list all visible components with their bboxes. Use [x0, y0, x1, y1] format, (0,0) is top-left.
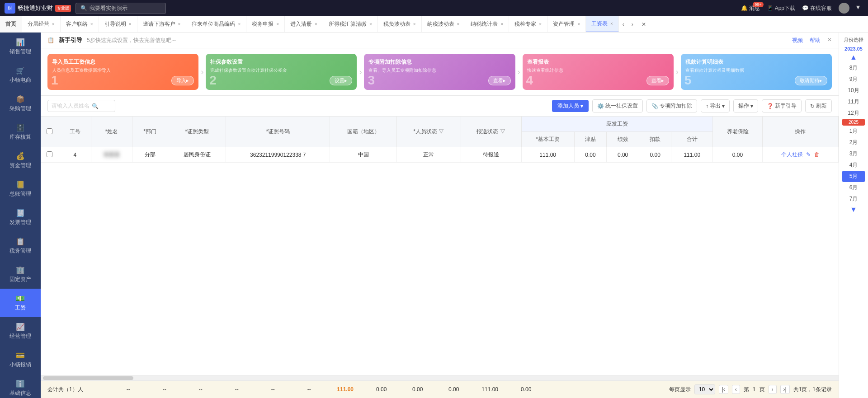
close-icon[interactable]: × — [52, 22, 55, 27]
edit-icon[interactable]: ✎ — [806, 151, 811, 158]
close-icon[interactable]: × — [276, 22, 279, 27]
sidebar-item-basic-info[interactable]: ℹ️ 基础信息 — [0, 374, 41, 398]
horizontal-scrollbar[interactable] — [41, 375, 839, 380]
tab-salary[interactable]: 工资表 × — [586, 16, 619, 33]
tab-product-code[interactable]: 往来单位商品编码 × — [186, 16, 246, 33]
tab-tax-calc[interactable]: 所得税汇算清缴 × — [323, 16, 378, 33]
tab-asset-mgmt[interactable]: 资产管理 × — [547, 16, 586, 33]
tab-hierarchy[interactable]: 分层经营 × — [22, 16, 61, 33]
close-icon[interactable]: × — [315, 22, 317, 27]
sidebar-item-inventory[interactable]: 🗄️ 库存核算 — [0, 118, 41, 146]
video-link[interactable]: 视频 — [792, 37, 803, 44]
personal-social-insurance-link[interactable]: 个人社保 — [781, 151, 803, 158]
month-6[interactable]: 6月 — [842, 182, 865, 193]
month-9[interactable]: 9月 — [842, 74, 865, 85]
tab-guide[interactable]: 引导说明 × — [99, 16, 137, 33]
online-service-button[interactable]: 💬 在线客服 — [802, 5, 832, 12]
close-all-tabs[interactable]: ✕ — [637, 16, 651, 33]
nav-next-arrow[interactable]: › — [628, 16, 637, 33]
next-page-button[interactable]: › — [769, 385, 777, 394]
special-deduction-button[interactable]: 📎 专项附加扣除 — [646, 99, 697, 112]
prev-page-button[interactable]: ‹ — [732, 385, 740, 394]
first-page-button[interactable]: |‹ — [719, 385, 728, 394]
close-guide[interactable]: ✕ — [827, 37, 832, 44]
sidebar-item-fixed-assets[interactable]: 🏢 固定资产 — [0, 260, 41, 289]
month-1[interactable]: 1月 — [842, 126, 865, 137]
logo-text: 畅捷通好业财 — [18, 4, 53, 12]
operations-button[interactable]: 操作 ▾ — [733, 99, 758, 112]
tab-tax-stats[interactable]: 纳税波动表 × — [422, 16, 466, 33]
close-icon[interactable]: × — [610, 21, 613, 26]
tab-home[interactable]: 首页 — [0, 16, 22, 33]
tab-tax-relief[interactable]: 税负波动表 × — [378, 16, 422, 33]
month-10[interactable]: 10月 — [842, 85, 865, 96]
close-icon[interactable]: × — [500, 22, 503, 27]
tab-tax-report[interactable]: 税务申报 × — [246, 16, 285, 33]
close-icon[interactable]: × — [129, 22, 132, 27]
close-icon[interactable]: × — [369, 22, 372, 27]
new-guide-button[interactable]: ❓ 新手引导 — [762, 99, 802, 112]
close-icon[interactable]: × — [413, 22, 416, 27]
step-4-btn[interactable]: 查看▸ — [646, 76, 669, 85]
sidebar-item-operations[interactable]: 📈 经营管理 — [0, 317, 41, 346]
refresh-button[interactable]: ↻ 刷新 — [805, 99, 832, 112]
sidebar-item-accounting[interactable]: 📒 总账管理 — [0, 175, 41, 203]
sidebar-item-finance[interactable]: 💰 资金管理 — [0, 146, 41, 175]
last-page-button[interactable]: ›| — [780, 385, 790, 394]
month-5[interactable]: 5月 — [842, 171, 865, 182]
export-button[interactable]: ↑ 导出 ▾ — [701, 99, 730, 112]
sidebar-item-invoice[interactable]: 🧾 发票管理 — [0, 203, 41, 232]
sidebar-item-salary[interactable]: 💵 工资 — [0, 289, 41, 317]
close-icon[interactable]: × — [577, 22, 580, 27]
app-download-button[interactable]: 📱 App下载 — [767, 5, 795, 12]
month-12[interactable]: 12月 — [842, 108, 865, 119]
select-all-checkbox[interactable] — [47, 128, 52, 134]
close-icon[interactable]: × — [539, 22, 542, 27]
user-menu[interactable]: ▾ — [856, 3, 863, 14]
step-2-btn[interactable]: 设置▸ — [330, 76, 352, 85]
sidebar-item-purchase[interactable]: 📦 采购管理 — [0, 89, 41, 118]
help-link[interactable]: 帮助 — [810, 37, 821, 44]
month-11[interactable]: 11月 — [842, 96, 865, 108]
scrollbar-thumb[interactable] — [43, 376, 133, 380]
delete-icon[interactable]: 🗑 — [814, 151, 820, 158]
close-icon[interactable]: × — [238, 22, 241, 27]
step-3-btn[interactable]: 查看▸ — [488, 76, 511, 85]
row-checkbox-cell[interactable] — [41, 147, 59, 163]
month-3[interactable]: 3月 — [842, 148, 865, 159]
filter-icon[interactable]: ▽ — [500, 128, 505, 135]
tab-invite[interactable]: 邀请下游客户 × — [137, 16, 187, 33]
close-icon[interactable]: × — [178, 22, 181, 27]
close-icon[interactable]: × — [90, 22, 93, 27]
cell-pension: 0.00 — [713, 147, 763, 163]
month-2[interactable]: 2月 — [842, 137, 865, 148]
employee-search[interactable]: 请输入人员姓名 🔍 — [47, 100, 115, 112]
sidebar-item-tax[interactable]: 📋 税务管理 — [0, 232, 41, 260]
nav-prev-arrow[interactable]: ‹ — [619, 16, 628, 33]
month-down-arrow[interactable]: ▼ — [849, 205, 858, 215]
tab-customer[interactable]: 客户联络 × — [61, 16, 99, 33]
notification-button[interactable]: 🔔 消息 99+ — [741, 5, 760, 12]
page-size-select[interactable]: 10 20 50 — [694, 384, 715, 394]
step-1-btn[interactable]: 导入▸ — [171, 76, 194, 85]
month-8[interactable]: 8月 — [842, 62, 865, 74]
filter-icon[interactable]: ▽ — [439, 128, 444, 135]
month-up-arrow[interactable]: ▲ — [849, 52, 858, 62]
month-4[interactable]: 4月 — [842, 159, 865, 171]
close-icon[interactable]: × — [457, 22, 460, 27]
tab-clearance[interactable]: 进入清册 × — [285, 16, 323, 33]
month-7[interactable]: 7月 — [842, 193, 865, 205]
user-avatar[interactable] — [839, 3, 849, 14]
add-person-button[interactable]: 添加人员 ▾ — [552, 100, 589, 112]
sidebar-item-marketing[interactable]: 💳 小畅报销 — [0, 346, 41, 374]
sidebar-item-ecommerce[interactable]: 🛒 小畅电商 — [0, 61, 41, 89]
th-report-status: 报送状态 ▽ — [461, 117, 521, 147]
row-checkbox[interactable] — [47, 151, 52, 157]
unified-settings-button[interactable]: ⚙️ 统一社保设置 — [592, 99, 643, 112]
tab-tax-table[interactable]: 纳税统计表 × — [465, 16, 509, 33]
tab-tax-expert[interactable]: 税检专家 × — [509, 16, 547, 33]
demo-search[interactable]: 🔍 我要看实例演示 — [75, 3, 166, 14]
nav-tabs: 首页 分层经营 × 客户联络 × 引导说明 × 邀请下游客户 × 往来单位商品编… — [0, 16, 868, 33]
sidebar-item-sales[interactable]: 📊 销售管理 — [0, 33, 41, 61]
step-5-btn[interactable]: 敬请期待▸ — [795, 76, 827, 85]
